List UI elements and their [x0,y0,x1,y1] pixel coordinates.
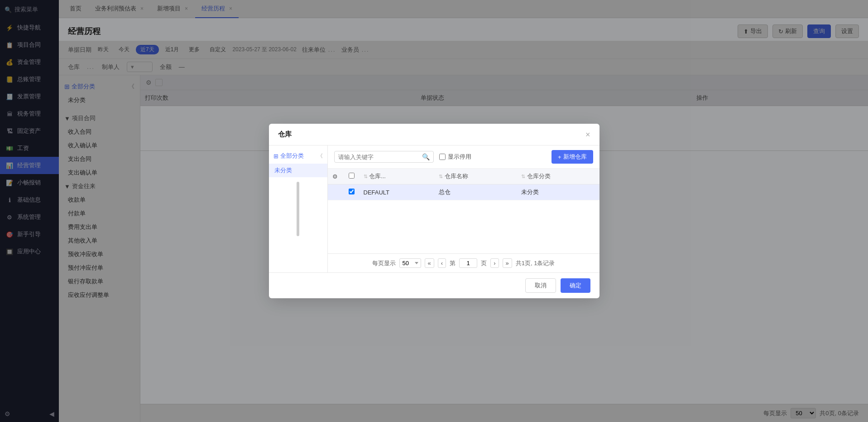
sort-name-icon[interactable]: ⇅ [439,174,443,179]
row-settings-cell [328,184,344,200]
settings-col-icon: ⚙ [332,173,338,180]
modal-grid-icon: ⊞ [273,153,278,160]
modal-table-wrap: ⚙ ⇅ 仓库... ⇅ [328,169,599,253]
modal-body: ⊞ 全部分类 《 未分类 [269,146,599,272]
row-name-cell: 总仓 [434,184,517,200]
col-code: ⇅ 仓库... [359,169,435,184]
modal-left-collapse[interactable]: 《 [317,152,323,160]
col-name-label: 仓库名称 [445,173,468,179]
row-checkbox-cell [344,184,359,200]
show-disabled-label: 显示停用 [448,153,471,161]
col-settings[interactable]: ⚙ [328,169,344,184]
select-all-modal-checkbox[interactable] [349,173,355,179]
page-suffix: 页 [481,259,487,267]
modal-total-info: 共1页, 1条记录 [516,259,555,267]
col-code-label: 仓库... [369,173,386,179]
modal-pagination: 每页显示 50 100 « ‹ 第 页 › » 共1页, 1条记录 [328,253,599,272]
modal-search-wrap: 🔍 [334,151,434,163]
modal-category-label: 未分类 [274,167,292,174]
modal-left-scroll: 未分类 [269,164,327,177]
modal-footer: 取消 确定 [269,272,599,298]
show-disabled-wrap: 显示停用 [439,153,471,161]
page-label: 第 [450,259,456,267]
col-category: ⇅ 仓库分类 [517,169,599,184]
warehouse-modal: 仓库 × ⊞ 全部分类 《 未分类 [269,124,599,298]
last-page-btn[interactable]: » [503,258,512,268]
cancel-button[interactable]: 取消 [525,278,556,293]
col-category-label: 仓库分类 [527,173,551,179]
add-warehouse-button[interactable]: + 新增仓库 [551,150,593,164]
modal-page-size-select[interactable]: 50 100 [399,258,421,268]
prev-page-btn[interactable]: ‹ [438,258,446,268]
row-code-cell: DEFAULT [359,184,435,200]
modal-close-button[interactable]: × [585,131,590,139]
confirm-button[interactable]: 确定 [561,278,590,293]
col-checkbox [344,169,359,184]
modal-category-unclassified[interactable]: 未分类 [269,164,327,177]
modal-overlay: 仓库 × ⊞ 全部分类 《 未分类 [0,0,868,422]
row-checkbox[interactable] [349,189,355,194]
modal-toolbar-left: 🔍 显示停用 [334,151,471,163]
modal-left-scrollbar [269,177,327,268]
modal-table: ⚙ ⇅ 仓库... ⇅ [328,169,599,200]
modal-search-icon: 🔍 [422,153,430,160]
modal-all-categories: 全部分类 [280,152,304,160]
sort-category-icon[interactable]: ⇅ [521,174,525,179]
modal-left-panel: ⊞ 全部分类 《 未分类 [269,146,328,272]
table-row[interactable]: DEFAULT 总仓 未分类 [328,184,599,200]
add-label: 新增仓库 [563,153,587,161]
modal-right-panel: 🔍 显示停用 + 新增仓库 [328,146,599,272]
next-page-btn[interactable]: › [490,258,499,268]
col-name: ⇅ 仓库名称 [434,169,517,184]
add-icon: + [558,154,561,160]
modal-search-input[interactable] [338,154,419,160]
first-page-btn[interactable]: « [425,258,434,268]
show-disabled-checkbox[interactable] [439,154,446,160]
row-category-cell: 未分类 [517,184,599,200]
modal-left-header: ⊞ 全部分类 《 [269,150,327,164]
sort-code-icon[interactable]: ⇅ [364,174,368,179]
modal-header: 仓库 × [269,124,599,146]
modal-title: 仓库 [278,130,292,139]
modal-toolbar: 🔍 显示停用 + 新增仓库 [328,146,599,169]
scrollbar-thumb[interactable] [297,182,299,236]
page-number-input[interactable] [459,258,477,268]
modal-page-size-label: 每页显示 [372,259,396,267]
